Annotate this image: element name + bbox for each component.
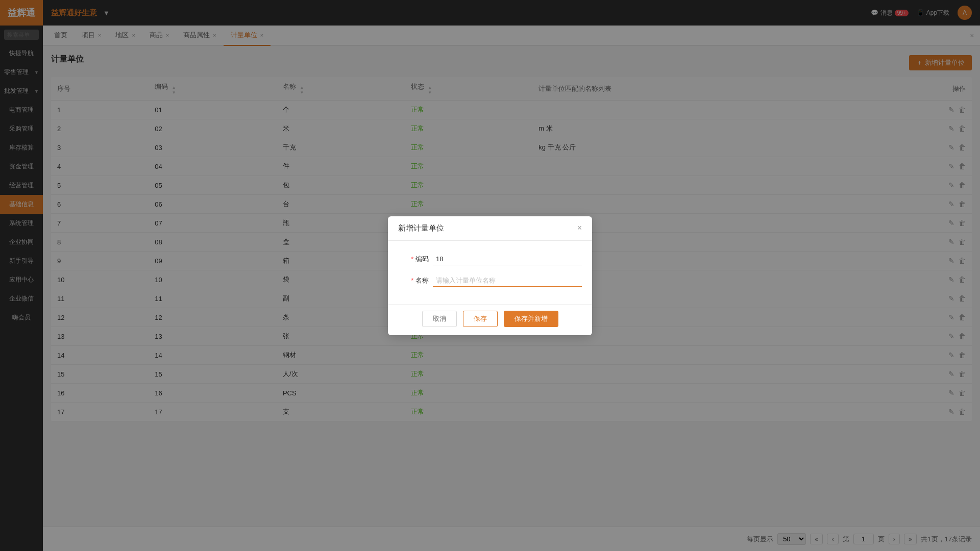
name-label: * 名称 <box>398 276 429 285</box>
modal-header: 新增计量单位 × <box>388 216 592 241</box>
name-label-text: 名称 <box>415 277 429 284</box>
form-row-name: * 名称 <box>398 274 582 287</box>
unit-name-input[interactable] <box>433 274 582 287</box>
cancel-button[interactable]: 取消 <box>422 311 457 327</box>
add-unit-modal: 新增计量单位 × * 编码 * 名称 取消 保存 保存并新增 <box>388 216 592 335</box>
modal-close-button[interactable]: × <box>577 223 582 233</box>
save-and-new-button[interactable]: 保存并新增 <box>504 311 558 327</box>
code-label-text: 编码 <box>415 255 429 263</box>
required-mark: * <box>411 277 413 284</box>
modal-footer: 取消 保存 保存并新增 <box>388 304 592 335</box>
modal-overlay: 新增计量单位 × * 编码 * 名称 取消 保存 保存并新增 <box>0 0 980 551</box>
form-row-code: * 编码 <box>398 253 582 265</box>
code-label: * 编码 <box>398 255 429 264</box>
modal-body: * 编码 * 名称 <box>388 241 592 304</box>
required-mark: * <box>411 255 413 263</box>
code-input[interactable] <box>433 253 582 265</box>
save-button[interactable]: 保存 <box>463 311 498 327</box>
modal-title: 新增计量单位 <box>398 223 444 233</box>
